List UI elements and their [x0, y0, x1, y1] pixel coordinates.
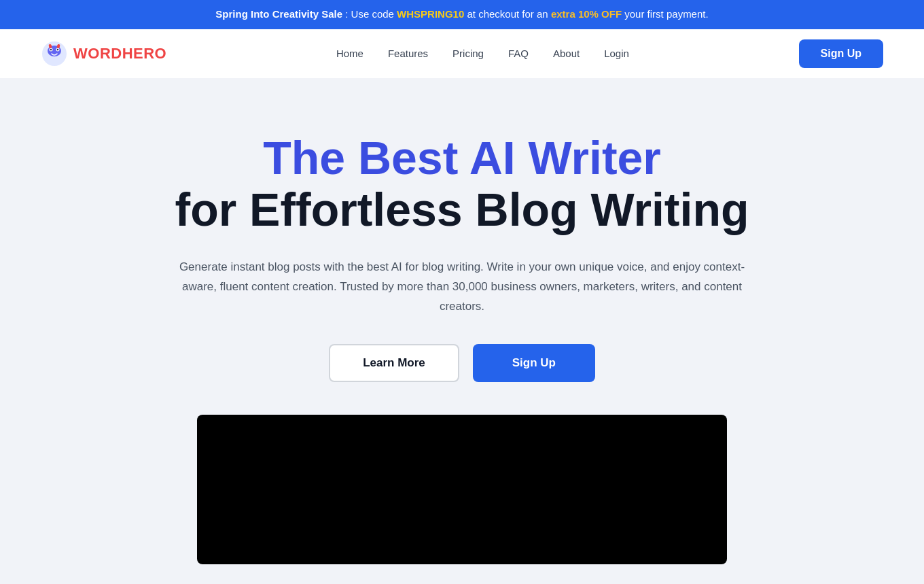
- nav-link-login[interactable]: Login: [604, 48, 629, 59]
- nav-item-pricing[interactable]: Pricing: [452, 48, 484, 60]
- navbar: WORDHERO Home Features Pricing FAQ About…: [0, 29, 924, 78]
- hero-description: Generate instant blog posts with the bes…: [170, 258, 754, 317]
- logo-hero: HERO: [122, 45, 167, 62]
- nav-item-login[interactable]: Login: [604, 48, 629, 60]
- nav-item-home[interactable]: Home: [336, 48, 363, 60]
- nav-links: Home Features Pricing FAQ About Login: [336, 48, 629, 60]
- logo-text: WORDHERO: [73, 45, 166, 63]
- nav-link-about[interactable]: About: [553, 48, 580, 59]
- announcement-bar: Spring Into Creativity Sale : Use code W…: [0, 0, 924, 29]
- announcement-sale-text: Spring Into Creativity Sale: [215, 8, 342, 20]
- svg-point-5: [57, 48, 58, 50]
- hero-signup-button[interactable]: Sign Up: [473, 344, 595, 382]
- announcement-code: WHSPRING10: [397, 8, 464, 20]
- nav-link-pricing[interactable]: Pricing: [452, 48, 484, 59]
- nav-signup-button[interactable]: Sign Up: [799, 39, 883, 68]
- logo[interactable]: WORDHERO: [41, 40, 166, 67]
- nav-item-faq[interactable]: FAQ: [508, 48, 529, 60]
- hero-video: [197, 415, 727, 564]
- hero-title: The Best AI Writer for Effortless Blog W…: [14, 133, 910, 237]
- announcement-discount: extra 10% OFF: [551, 8, 622, 20]
- announcement-end: your first payment.: [624, 8, 708, 20]
- announcement-suffix: at checkout for an: [467, 8, 550, 20]
- learn-more-button[interactable]: Learn More: [329, 344, 459, 382]
- nav-link-home[interactable]: Home: [336, 48, 363, 59]
- hero-title-line1: The Best AI Writer: [263, 132, 661, 184]
- hero-buttons: Learn More Sign Up: [14, 344, 910, 382]
- nav-item-features[interactable]: Features: [388, 48, 428, 60]
- announcement-middle: : Use code: [345, 8, 397, 20]
- nav-link-faq[interactable]: FAQ: [508, 48, 529, 59]
- logo-word: WORD: [73, 45, 122, 62]
- svg-point-4: [50, 48, 52, 50]
- nav-item-about[interactable]: About: [553, 48, 580, 60]
- nav-link-features[interactable]: Features: [388, 48, 428, 59]
- hero-title-line2: for Effortless Blog Writing: [175, 184, 749, 235]
- logo-icon: [41, 40, 68, 67]
- hero-section: The Best AI Writer for Effortless Blog W…: [0, 78, 924, 585]
